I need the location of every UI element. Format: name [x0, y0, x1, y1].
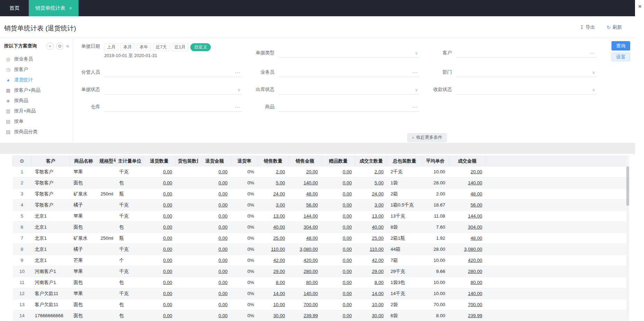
chevron-down-icon[interactable]: ∨ — [592, 87, 595, 92]
drilldown-link[interactable]: 3,080.00 — [300, 247, 318, 252]
drilldown-link[interactable]: 0.00 — [163, 169, 172, 174]
ellipsis-icon[interactable]: ··· — [590, 50, 595, 55]
sidebar-item-4[interactable]: ◈按商品 — [0, 95, 73, 106]
drilldown-link[interactable]: 0.00 — [343, 291, 352, 296]
drilldown-link[interactable]: 0.00 — [343, 191, 352, 196]
drilldown-link[interactable]: 10.00 — [372, 302, 384, 307]
drilldown-link[interactable]: 29.00 — [372, 269, 384, 274]
date-range-value[interactable]: 2019-10-01 至 2020-01-31 — [104, 53, 247, 59]
export-button[interactable]: ↧ 导出 — [580, 24, 595, 30]
drilldown-link[interactable]: 48.00 — [471, 236, 482, 241]
drilldown-link[interactable]: 140.00 — [303, 291, 318, 296]
drilldown-link[interactable]: 80.00 — [306, 280, 318, 285]
drilldown-link[interactable]: 5.00 — [374, 180, 383, 185]
close-icon[interactable]: × — [638, 3, 642, 9]
ellipsis-icon[interactable]: ··· — [412, 70, 418, 75]
drilldown-link[interactable]: 0.00 — [163, 213, 172, 219]
drilldown-link[interactable]: 0.00 — [218, 191, 227, 196]
vertical-scrollbar[interactable] — [626, 156, 629, 319]
drilldown-link[interactable]: 0.00 — [163, 280, 172, 285]
filter-lookup-input[interactable]: ··· — [456, 48, 597, 58]
drilldown-link[interactable]: 0.00 — [163, 202, 172, 208]
drilldown-link[interactable]: 5.00 — [276, 180, 285, 185]
drilldown-link[interactable]: 0.00 — [343, 302, 352, 307]
drilldown-link[interactable]: 0.00 — [218, 169, 227, 174]
drilldown-link[interactable]: 0.00 — [218, 302, 227, 307]
drilldown-link[interactable]: 0.00 — [218, 202, 227, 208]
chevron-down-icon[interactable]: ∨ — [592, 70, 595, 75]
drilldown-link[interactable]: 700.00 — [303, 302, 318, 307]
drilldown-link[interactable]: 0.00 — [343, 213, 352, 219]
drilldown-link[interactable]: 140.00 — [468, 291, 482, 296]
drilldown-link[interactable]: 8.00 — [374, 280, 383, 285]
sidebar-collapse-icon[interactable]: « — [66, 43, 69, 49]
drilldown-link[interactable]: 2.00 — [276, 169, 285, 174]
drilldown-link[interactable]: 239.99 — [303, 313, 318, 318]
tab-home[interactable]: 首页 — [0, 0, 29, 16]
drilldown-link[interactable]: 25.00 — [372, 236, 384, 241]
drilldown-link[interactable]: 56.00 — [471, 202, 482, 208]
chevron-down-icon[interactable]: ∨ — [415, 50, 418, 55]
sidebar-item-0[interactable]: ◎按业务员 — [0, 54, 73, 64]
drilldown-link[interactable]: 13.00 — [273, 213, 285, 219]
drilldown-link[interactable]: 40.00 — [273, 224, 285, 230]
filter-select-input[interactable]: ∨ — [456, 85, 597, 94]
drilldown-link[interactable]: 48.00 — [306, 236, 318, 241]
drilldown-link[interactable]: 0.00 — [163, 302, 172, 307]
drilldown-link[interactable]: 140.00 — [303, 180, 318, 185]
drilldown-link[interactable]: 110.00 — [370, 247, 383, 252]
filter-lookup-input[interactable]: ··· — [104, 102, 242, 112]
drilldown-link[interactable]: 0.00 — [343, 258, 352, 263]
ellipsis-icon[interactable]: ··· — [235, 104, 241, 109]
drilldown-link[interactable]: 280.00 — [468, 269, 482, 274]
drilldown-link[interactable]: 0.00 — [343, 169, 352, 174]
drilldown-link[interactable]: 0.00 — [218, 236, 227, 241]
drilldown-link[interactable]: 0.00 — [343, 202, 352, 208]
drilldown-link[interactable]: 0.00 — [218, 247, 227, 252]
drilldown-link[interactable]: 48.00 — [471, 191, 482, 196]
drilldown-link[interactable]: 0.00 — [163, 180, 172, 185]
drilldown-link[interactable]: 13.00 — [372, 213, 384, 219]
drilldown-link[interactable]: 144.00 — [468, 213, 482, 219]
drilldown-link[interactable]: 304.00 — [303, 224, 318, 230]
drilldown-link[interactable]: 42.00 — [273, 258, 285, 263]
drilldown-link[interactable]: 56.00 — [306, 202, 318, 208]
sidebar-item-1[interactable]: ◷按客户 — [0, 64, 73, 75]
drilldown-link[interactable]: 0.00 — [343, 236, 352, 241]
date-quick-button-2[interactable]: 本年 — [137, 43, 151, 51]
drilldown-link[interactable]: 20.00 — [306, 169, 318, 174]
query-button[interactable]: 查询 — [611, 41, 630, 51]
filter-lookup-input[interactable]: ··· — [104, 68, 242, 77]
drilldown-link[interactable]: 0.00 — [343, 313, 352, 318]
drilldown-link[interactable]: 0.00 — [343, 269, 352, 274]
drilldown-link[interactable]: 40.00 — [372, 224, 384, 230]
sidebar-item-6[interactable]: ▤按单 — [0, 116, 73, 127]
drilldown-link[interactable]: 304.00 — [468, 224, 482, 230]
drilldown-link[interactable]: 8.00 — [276, 280, 285, 285]
drilldown-link[interactable]: 25.00 — [273, 236, 285, 241]
drilldown-link[interactable]: 0.00 — [163, 269, 172, 274]
drilldown-link[interactable]: 0.00 — [218, 269, 227, 274]
drilldown-link[interactable]: 0.00 — [163, 236, 172, 241]
drilldown-link[interactable]: 0.00 — [218, 280, 227, 285]
date-quick-button-1[interactable]: 本月 — [120, 43, 135, 51]
date-quick-button-0[interactable]: 上月 — [104, 43, 118, 51]
add-scheme-button[interactable]: + — [46, 43, 54, 50]
filter-lookup-input[interactable]: ··· — [279, 68, 419, 77]
chevron-down-icon[interactable]: ∨ — [415, 87, 418, 92]
drilldown-link[interactable]: 29.00 — [273, 269, 285, 274]
drilldown-link[interactable]: 0.00 — [343, 180, 352, 185]
settings-button[interactable]: 设置 — [611, 53, 630, 61]
date-custom-badge[interactable]: 自定义 — [190, 43, 211, 51]
drilldown-link[interactable]: 0.00 — [218, 224, 227, 230]
drilldown-link[interactable]: 140.00 — [468, 180, 482, 185]
drilldown-link[interactable]: 0.00 — [163, 258, 172, 263]
drilldown-link[interactable]: 24.00 — [372, 191, 384, 196]
drilldown-link[interactable]: 30.00 — [273, 313, 285, 318]
drilldown-link[interactable]: 0.00 — [163, 247, 172, 252]
drilldown-link[interactable]: 0.00 — [343, 224, 352, 230]
date-quick-button-3[interactable]: 近7天 — [153, 43, 170, 51]
scheme-settings-gear-icon[interactable]: ⚙ — [56, 43, 63, 50]
drilldown-link[interactable]: 0.00 — [343, 280, 352, 285]
filter-select-input[interactable]: ∨ — [279, 48, 419, 58]
